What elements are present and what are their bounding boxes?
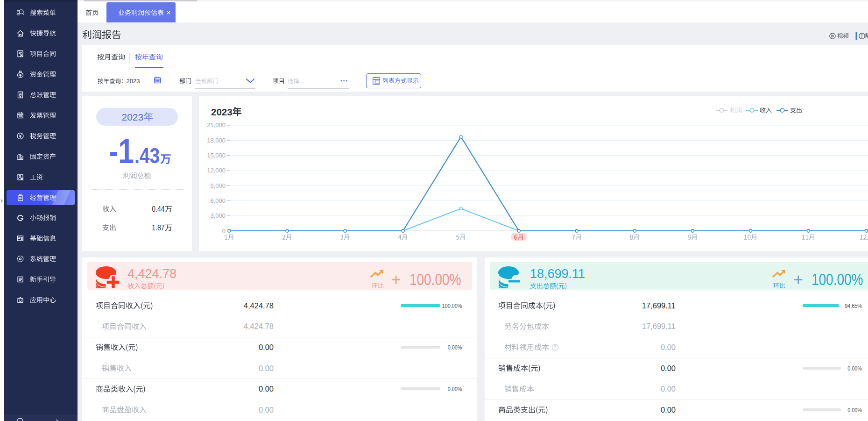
svg-text:0.00%: 0.00% [847, 365, 862, 371]
svg-text:3,000: 3,000 [210, 212, 226, 219]
svg-text:0.00: 0.00 [259, 343, 274, 351]
svg-text:0.00: 0.00 [259, 406, 274, 414]
svg-text:2023: 2023 [122, 112, 144, 122]
svg-text:+: + [793, 270, 803, 289]
svg-text:0.00%: 0.00% [847, 407, 862, 413]
svg-text:4,424.78: 4,424.78 [244, 301, 274, 310]
svg-text:21,000: 21,000 [207, 121, 226, 128]
svg-text:0.00: 0.00 [661, 385, 676, 393]
svg-text:12,000: 12,000 [207, 167, 226, 174]
svg-text:18,699.11: 18,699.11 [530, 267, 585, 281]
svg-text:.43: .43 [134, 143, 160, 168]
svg-text:100.00%: 100.00% [442, 303, 462, 309]
svg-text:100.00%: 100.00% [409, 270, 461, 289]
svg-text:2023: 2023 [127, 78, 140, 85]
svg-text:+: + [391, 270, 401, 289]
svg-text:0.00%: 0.00% [448, 344, 462, 350]
svg-text:0.00: 0.00 [259, 364, 274, 372]
svg-text:0.00: 0.00 [259, 385, 274, 393]
svg-text:18,000: 18,000 [207, 137, 226, 144]
svg-text:15,000: 15,000 [207, 152, 226, 159]
svg-text:4,424.78: 4,424.78 [127, 267, 176, 281]
svg-text:94.65%: 94.65% [845, 303, 862, 309]
svg-text:0.44: 0.44 [152, 205, 165, 213]
svg-text:9,000: 9,000 [210, 182, 226, 189]
svg-text:17,699.11: 17,699.11 [642, 322, 676, 330]
svg-text:0.00: 0.00 [661, 364, 676, 372]
svg-text:100.00%: 100.00% [812, 270, 863, 289]
svg-text:0.00: 0.00 [661, 343, 676, 351]
svg-text:0: 0 [222, 228, 226, 235]
svg-text:1.87: 1.87 [152, 223, 164, 232]
svg-text:2023: 2023 [211, 107, 233, 117]
svg-text:17,699.11: 17,699.11 [642, 301, 676, 310]
svg-text:6,000: 6,000 [210, 197, 226, 204]
svg-text:0.00: 0.00 [661, 406, 676, 414]
svg-text:0.00%: 0.00% [448, 386, 462, 392]
svg-text:-1: -1 [109, 132, 134, 170]
svg-text:4,424.78: 4,424.78 [244, 322, 274, 330]
